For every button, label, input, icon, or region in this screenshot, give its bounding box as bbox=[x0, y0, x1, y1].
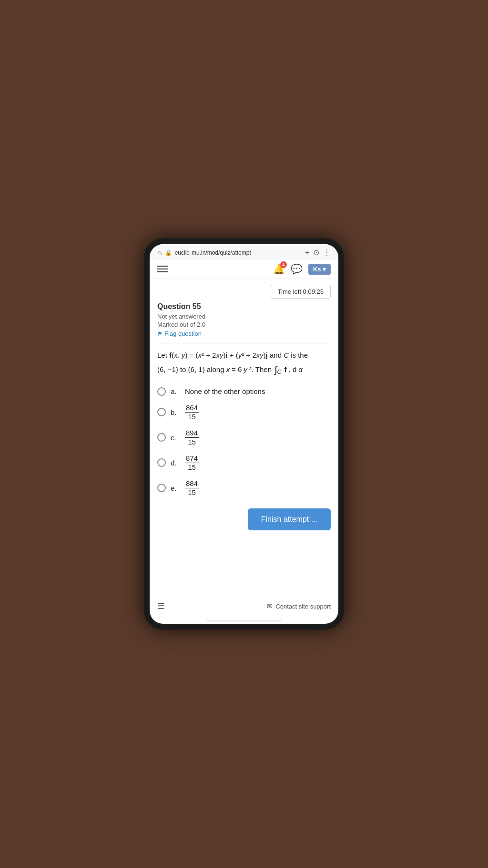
radio-c[interactable] bbox=[157, 433, 166, 442]
chat-icon[interactable]: 💬 bbox=[291, 263, 303, 275]
hamburger-line bbox=[157, 269, 168, 269]
flag-icon: ⚑ bbox=[157, 331, 163, 337]
fraction-c: 894 15 bbox=[185, 429, 199, 446]
options-list: a. None of the other options b. 864 15 bbox=[157, 387, 331, 497]
footer: ☰ ✉ Contact site support bbox=[150, 596, 338, 616]
question-line2: (6, −1) to (6, 1) along x = 6y². Then ∫C… bbox=[157, 362, 331, 378]
status-bar-right: + ⊙ ⋮ bbox=[305, 248, 331, 257]
phone-screen: ⌂ 🔒 euclid-mu.in/mod/quiz/attempt + ⊙ ⋮ … bbox=[150, 244, 338, 624]
question-status: Not yet answered bbox=[157, 313, 331, 320]
bottom-bar bbox=[206, 620, 282, 622]
timer-box: Time left 0:09:25 bbox=[271, 285, 331, 299]
plus-icon[interactable]: + bbox=[305, 248, 309, 257]
option-a-label: a. bbox=[171, 387, 180, 395]
hamburger-menu[interactable] bbox=[157, 266, 168, 272]
fraction-e: 884 15 bbox=[185, 479, 199, 497]
option-d-value: 874 15 bbox=[185, 454, 199, 472]
question-title: Question 55 bbox=[157, 302, 331, 311]
flag-question-button[interactable]: ⚑ Flag question bbox=[157, 330, 331, 337]
fraction-e-num: 884 bbox=[185, 479, 199, 488]
finish-attempt-button[interactable]: Finish attempt ... bbox=[248, 508, 331, 530]
option-d[interactable]: d. 874 15 bbox=[157, 454, 331, 472]
bell-container: 🔔 4 bbox=[273, 263, 285, 275]
fraction-b-num: 864 bbox=[185, 403, 199, 413]
question-line1: Let f(x, y) = (x² + 2xy)i + (y² + 2xy)j … bbox=[157, 349, 331, 362]
nav-right: 🔔 4 💬 Ks ▾ bbox=[273, 263, 331, 275]
integral-subscript: C bbox=[277, 367, 282, 377]
top-nav: 🔔 4 💬 Ks ▾ bbox=[150, 259, 338, 279]
fraction-e-den: 15 bbox=[187, 488, 197, 497]
url-text: euclid-mu.in/mod/quiz/attempt bbox=[175, 249, 251, 256]
divider bbox=[157, 343, 331, 343]
list-icon[interactable]: ☰ bbox=[157, 601, 165, 611]
main-content: Time left 0:09:25 Question 55 Not yet an… bbox=[150, 279, 338, 596]
fraction-d-num: 874 bbox=[185, 454, 199, 463]
question-body: Let f(x, y) = (x² + 2xy)i + (y² + 2xy)j … bbox=[157, 349, 331, 378]
status-bar-left: ⌂ 🔒 euclid-mu.in/mod/quiz/attempt bbox=[157, 248, 251, 257]
question-title-text: Question bbox=[157, 302, 190, 310]
lock-icon: 🔒 bbox=[165, 249, 172, 256]
option-a-value: None of the other options bbox=[185, 387, 265, 395]
option-c-value: 894 15 bbox=[185, 429, 199, 446]
fraction-d-den: 15 bbox=[187, 463, 197, 472]
question-marks: Marked out of 2.0 bbox=[157, 321, 331, 328]
option-e-value: 884 15 bbox=[185, 479, 199, 497]
radio-e[interactable] bbox=[157, 484, 166, 492]
fraction-b: 864 15 bbox=[185, 403, 199, 421]
question-number-val: 5 bbox=[197, 302, 201, 310]
option-b-label: b. bbox=[171, 408, 180, 416]
radio-d[interactable] bbox=[157, 458, 166, 467]
user-initials: Ks bbox=[313, 266, 321, 273]
question-header: Question 55 Not yet answered Marked out … bbox=[157, 302, 331, 337]
fraction-d: 874 15 bbox=[185, 454, 199, 472]
notification-badge: 4 bbox=[280, 261, 287, 268]
finish-row: Finish attempt ... bbox=[157, 508, 331, 530]
fraction-c-den: 15 bbox=[187, 438, 197, 446]
status-bar: ⌂ 🔒 euclid-mu.in/mod/quiz/attempt + ⊙ ⋮ bbox=[150, 244, 338, 259]
option-b[interactable]: b. 864 15 bbox=[157, 403, 331, 421]
flag-label: Flag question bbox=[164, 330, 202, 337]
fraction-b-den: 15 bbox=[187, 413, 197, 421]
timer-row: Time left 0:09:25 bbox=[157, 285, 331, 299]
radio-a[interactable] bbox=[157, 387, 166, 396]
home-icon[interactable]: ⌂ bbox=[157, 248, 162, 257]
contact-support-link[interactable]: ✉ Contact site support bbox=[267, 602, 331, 610]
option-b-value: 864 15 bbox=[185, 403, 199, 421]
hamburger-line bbox=[157, 271, 168, 272]
phone-outer: ⌂ 🔒 euclid-mu.in/mod/quiz/attempt + ⊙ ⋮ … bbox=[144, 238, 344, 630]
integral-expr: f bbox=[285, 363, 287, 376]
support-label: Contact site support bbox=[275, 603, 331, 610]
question-number: 5 bbox=[193, 302, 197, 310]
option-e[interactable]: e. 884 15 bbox=[157, 479, 331, 497]
option-c-label: c. bbox=[171, 434, 180, 442]
integral-notation: ∫C bbox=[274, 362, 282, 378]
envelope-icon: ✉ bbox=[267, 602, 273, 610]
user-badge[interactable]: Ks ▾ bbox=[308, 264, 331, 275]
radio-b[interactable] bbox=[157, 408, 166, 416]
tab-icon[interactable]: ⊙ bbox=[313, 248, 319, 257]
option-a[interactable]: a. None of the other options bbox=[157, 387, 331, 396]
more-icon[interactable]: ⋮ bbox=[323, 248, 331, 257]
fraction-c-num: 894 bbox=[185, 429, 199, 438]
timer-label: Time left 0:09:25 bbox=[278, 288, 324, 295]
option-d-label: d. bbox=[171, 459, 180, 467]
option-c[interactable]: c. 894 15 bbox=[157, 429, 331, 446]
option-e-label: e. bbox=[171, 484, 180, 492]
chevron-down-icon: ▾ bbox=[323, 266, 326, 273]
hamburger-line bbox=[157, 266, 168, 267]
